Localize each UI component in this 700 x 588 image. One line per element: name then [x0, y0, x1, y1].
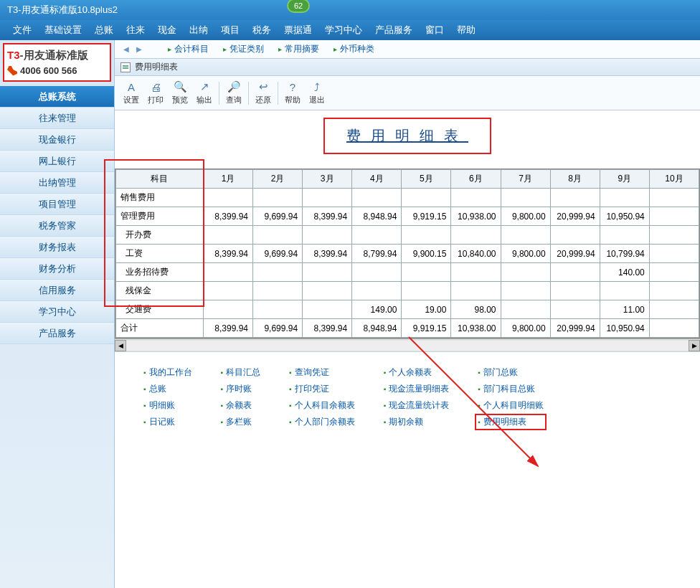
- tool-查询[interactable]: 🔎查询: [222, 77, 246, 109]
- link-item[interactable]: 现金流量明细表: [384, 383, 450, 395]
- tool-还原[interactable]: ↩还原: [251, 77, 275, 109]
- tab-item[interactable]: 外币种类: [334, 43, 374, 55]
- cell-value: [501, 189, 550, 207]
- link-item[interactable]: 打印凭证: [289, 383, 355, 395]
- nav-item[interactable]: 总账系统: [0, 86, 114, 108]
- tab-nav-left-icon[interactable]: ◀: [120, 44, 132, 55]
- link-item[interactable]: 日记账: [143, 416, 192, 428]
- h-scrollbar[interactable]: ◀ ▶: [115, 338, 700, 351]
- cell-value: 9,800.00: [501, 207, 550, 226]
- menu-现金[interactable]: 现金: [152, 21, 182, 39]
- link-item[interactable]: 费用明细表: [475, 414, 547, 430]
- link-item[interactable]: 总账: [143, 383, 192, 395]
- cell-value: [600, 226, 649, 245]
- tab-nav-right-icon[interactable]: ▶: [133, 44, 145, 55]
- cell-value: [253, 189, 303, 207]
- nav-item[interactable]: 项目管理: [0, 194, 114, 215]
- nav-item[interactable]: 信用服务: [0, 280, 114, 301]
- report-title-box: 费用明细表: [323, 118, 491, 154]
- table-row: 开办费: [116, 226, 699, 245]
- cell-value: 9,919.15: [402, 319, 451, 338]
- scroll-right-icon[interactable]: ▶: [689, 340, 700, 351]
- scroll-left-icon[interactable]: ◀: [115, 340, 126, 351]
- tool-输出[interactable]: ↗输出: [192, 77, 217, 109]
- tool-帮助[interactable]: ?帮助: [280, 77, 305, 109]
- tool-退出[interactable]: ⤴退出: [305, 77, 329, 109]
- cell-value: [352, 226, 402, 245]
- link-item[interactable]: 个人科目余额表: [289, 399, 355, 412]
- link-item[interactable]: 个人余额表: [384, 366, 450, 379]
- 打印-icon: 🖨: [149, 80, 162, 93]
- th-month: 8月: [550, 170, 600, 189]
- cell-value: 8,948.94: [352, 319, 402, 338]
- menu-出纳[interactable]: 出纳: [184, 21, 214, 39]
- menu-项目[interactable]: 项目: [215, 21, 245, 39]
- link-item[interactable]: 个人科目明细账: [478, 399, 544, 412]
- cell-subject: 管理费用: [116, 207, 204, 226]
- cell-value: 8,948.94: [352, 207, 402, 226]
- link-item[interactable]: 现金流量统计表: [384, 399, 450, 412]
- link-item[interactable]: 科目汇总: [221, 366, 261, 379]
- menu-文件[interactable]: 文件: [7, 21, 37, 39]
- cell-value: [402, 226, 451, 245]
- tool-设置[interactable]: A设置: [119, 77, 143, 109]
- link-item[interactable]: 序时账: [221, 383, 261, 395]
- link-item[interactable]: 余额表: [221, 399, 261, 412]
- menu-窗口[interactable]: 窗口: [420, 21, 450, 39]
- nav-item[interactable]: 产品服务: [0, 323, 114, 344]
- nav-item[interactable]: 网上银行: [0, 151, 114, 172]
- link-item[interactable]: 部门总账: [478, 366, 544, 379]
- tab-item[interactable]: 常用摘要: [278, 43, 319, 55]
- cell-value: 10,950.94: [600, 207, 649, 226]
- tool-预览[interactable]: 🔍预览: [168, 77, 192, 109]
- cell-value: [203, 282, 252, 300]
- menu-总账[interactable]: 总账: [89, 21, 119, 39]
- cell-value: [649, 245, 699, 263]
- link-item[interactable]: 多栏账: [221, 416, 261, 428]
- cell-value: [600, 282, 649, 300]
- toolbar: A设置🖨打印🔍预览↗输出🔎查询↩还原?帮助⤴退出: [115, 76, 700, 110]
- cell-value: [501, 226, 550, 245]
- th-month: 1月: [203, 170, 252, 189]
- link-item[interactable]: 期初余额: [384, 416, 450, 428]
- cell-value: 8,399.94: [303, 207, 352, 226]
- menu-税务[interactable]: 税务: [247, 21, 277, 39]
- menu-产品服务[interactable]: 产品服务: [369, 21, 418, 39]
- menu-往来[interactable]: 往来: [120, 21, 151, 39]
- cell-value: 9,800.00: [501, 319, 550, 338]
- link-item[interactable]: 个人部门余额表: [289, 416, 355, 428]
- cell-value: [649, 263, 699, 282]
- tool-打印[interactable]: 🖨打印: [143, 77, 168, 109]
- 预览-icon: 🔍: [174, 80, 186, 93]
- nav-item[interactable]: 财务报表: [0, 237, 114, 258]
- menu-票据通[interactable]: 票据通: [278, 21, 318, 39]
- link-item[interactable]: 我的工作台: [143, 366, 192, 379]
- cell-value: [303, 300, 352, 319]
- nav-item[interactable]: 出纳管理: [0, 172, 114, 194]
- link-item[interactable]: 查询凭证: [289, 366, 355, 379]
- cell-value: [550, 282, 600, 300]
- cell-value: 9,699.94: [253, 207, 303, 226]
- cell-value: [402, 189, 451, 207]
- tab-item[interactable]: 会计科目: [168, 43, 209, 55]
- menu-基础设置[interactable]: 基础设置: [39, 21, 88, 39]
- nav-item[interactable]: 税务管家: [0, 215, 114, 237]
- cell-subject: 交通费: [116, 300, 204, 319]
- cell-subject: 开办费: [116, 226, 204, 245]
- cell-value: 10,799.94: [600, 245, 649, 263]
- cell-value: [352, 282, 402, 300]
- nav-item[interactable]: 现金银行: [0, 129, 114, 151]
- cell-value: [550, 300, 600, 319]
- cell-value: [253, 282, 303, 300]
- nav-item[interactable]: 财务分析: [0, 258, 114, 280]
- th-month: 7月: [501, 170, 550, 189]
- menu-学习中心[interactable]: 学习中心: [319, 21, 368, 39]
- link-item[interactable]: 明细账: [143, 399, 192, 412]
- link-item[interactable]: 部门科目总账: [478, 383, 544, 395]
- tab-item[interactable]: 凭证类别: [223, 43, 264, 55]
- menu-帮助[interactable]: 帮助: [451, 21, 481, 39]
- document-icon: [120, 62, 131, 72]
- nav-item[interactable]: 往来管理: [0, 108, 114, 129]
- cell-value: [402, 282, 451, 300]
- nav-item[interactable]: 学习中心: [0, 301, 114, 323]
